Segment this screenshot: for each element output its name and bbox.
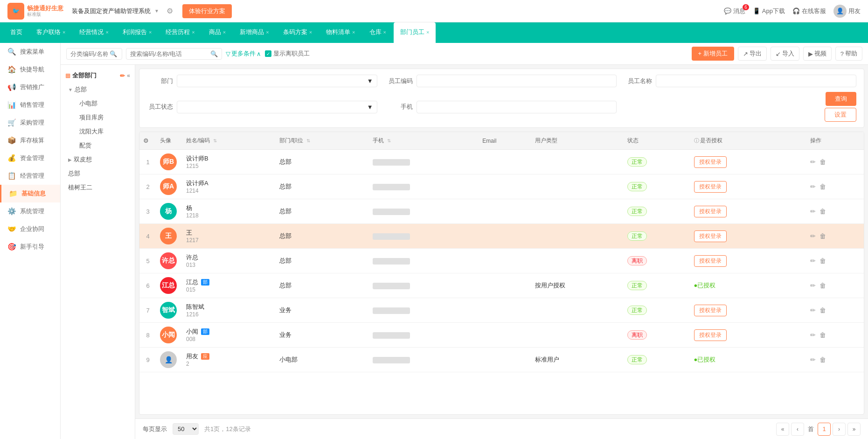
filter-phone-input[interactable] — [417, 101, 617, 113]
import-button[interactable]: ↙ 导入 — [771, 47, 799, 61]
user-menu[interactable]: 👤 用友 — [833, 5, 861, 18]
delete-icon[interactable]: 🗑 — [819, 232, 826, 240]
delete-icon[interactable]: 🗑 — [819, 331, 826, 339]
delete-icon[interactable]: 🗑 — [819, 282, 826, 289]
online-service-button[interactable]: 🎧 在线客服 — [792, 7, 826, 15]
nav-close-employees[interactable]: × — [426, 29, 429, 35]
nav-item-operations[interactable]: 经营情况 × — [73, 22, 115, 43]
edit-icon[interactable]: ✏ — [810, 307, 816, 314]
auth-login-button[interactable]: 授权登录 — [694, 181, 727, 193]
dept-node-zongbu2[interactable]: 总部 — [61, 167, 135, 181]
nav-close-customer[interactable]: × — [62, 29, 65, 35]
nav-close-bom[interactable]: × — [352, 29, 355, 35]
system-dropdown-arrow[interactable]: ▼ — [154, 8, 159, 14]
show-resigned-checkbox[interactable]: ✓ 显示离职员工 — [265, 49, 310, 58]
sidebar-item-system[interactable]: ⚙️ 系统管理 — [0, 202, 60, 220]
sidebar-item-purchase[interactable]: 🛒 采购管理 — [0, 114, 60, 132]
delete-icon[interactable]: 🗑 — [819, 356, 826, 363]
delete-icon[interactable]: 🗑 — [819, 257, 826, 265]
nav-close-goods[interactable]: × — [223, 29, 226, 35]
sidebar-item-finance[interactable]: 💰 资金管理 — [0, 149, 60, 167]
nav-close-profit[interactable]: × — [149, 29, 152, 35]
settings-button[interactable]: 设置 — [825, 108, 856, 122]
dept-node-peihuo[interactable]: 配货 — [75, 139, 135, 153]
nav-item-history[interactable]: 经营历程 × — [159, 22, 201, 43]
app-download-button[interactable]: 📱 App下载 — [753, 7, 785, 15]
auth-login-button[interactable]: 授权登录 — [694, 206, 727, 217]
sidebar-item-basic-info[interactable]: 📁 基础信息 — [0, 185, 60, 202]
nav-item-profit[interactable]: 利润报告 × — [116, 22, 158, 43]
first-page-button[interactable]: « — [776, 423, 789, 436]
edit-icon[interactable]: ✏ — [810, 208, 816, 215]
sidebar-item-sales[interactable]: 📊 销售管理 — [0, 96, 60, 114]
delete-icon[interactable]: 🗑 — [819, 158, 826, 166]
sidebar-item-operations-mgmt[interactable]: 📋 经营管理 — [0, 167, 60, 185]
filter-dept-select[interactable]: ▼ — [177, 75, 377, 87]
sidebar-item-search[interactable]: 🔍 搜索菜单 — [0, 43, 60, 61]
edit-icon[interactable]: ✏ — [810, 331, 816, 339]
dept-node-xiaodian[interactable]: 小电部 — [75, 97, 135, 111]
nav-close-barcode[interactable]: × — [309, 29, 312, 35]
nav-item-warehouse[interactable]: 仓库 × — [363, 22, 393, 43]
delete-icon[interactable]: 🗑 — [819, 307, 826, 314]
delete-icon[interactable]: 🗑 — [819, 183, 826, 190]
filter-code-input[interactable] — [417, 75, 617, 87]
category-search-input[interactable] — [70, 50, 108, 57]
export-button[interactable]: ↗ 导出 — [738, 47, 767, 61]
prev-page-button[interactable]: ‹ — [791, 423, 804, 436]
edit-icon[interactable]: ✏ — [810, 183, 816, 190]
search-button[interactable]: 查询 — [826, 92, 856, 106]
gear-icon[interactable]: ⚙ — [167, 7, 173, 15]
edit-icon[interactable]: ✏ — [810, 356, 816, 363]
per-page-select[interactable]: 50 100 200 — [173, 423, 199, 435]
trial-button[interactable]: 体验行业方案 — [182, 4, 232, 18]
dept-tree-header[interactable]: ⊞ 全部部门 ✏ « — [61, 69, 135, 83]
more-filter-button[interactable]: ▽ 更多条件 ∧ — [226, 49, 261, 58]
main-search-icon[interactable]: 🔍 — [210, 50, 218, 57]
edit-icon[interactable]: ✏ — [810, 158, 816, 166]
sidebar-item-guide[interactable]: 🎯 新手引导 — [0, 238, 60, 256]
auth-login-button[interactable]: 授权登录 — [694, 255, 727, 267]
dept-node-shuangpixiang[interactable]: ▶ 双皮想 — [61, 153, 135, 167]
nav-item-add-goods[interactable]: 新增商品 × — [233, 22, 275, 43]
sidebar-item-nav[interactable]: 🏠 快捷导航 — [0, 61, 60, 78]
nav-close-history[interactable]: × — [192, 29, 194, 35]
th-name-code[interactable]: 姓名/编码 ⇅ — [182, 132, 276, 150]
dept-node-zongbu[interactable]: ▼ 总部 — [61, 83, 135, 97]
filter-name-input[interactable] — [656, 75, 856, 87]
message-button[interactable]: 💬 消息 6 — [724, 7, 745, 15]
nav-item-employees[interactable]: 部门员工 × — [394, 22, 436, 43]
dept-collapse-btn[interactable]: « — [127, 72, 130, 79]
edit-icon[interactable]: ✏ — [810, 282, 816, 289]
sidebar-item-inventory[interactable]: 📦 库存核算 — [0, 132, 60, 149]
dept-node-zhishu[interactable]: 植树王二 — [61, 181, 135, 195]
auth-login-button[interactable]: 授权登录 — [694, 329, 727, 341]
filter-status-select[interactable]: ▼ — [177, 101, 377, 113]
video-button[interactable]: ▶ 视频 — [803, 47, 832, 61]
add-employee-button[interactable]: + 新增员工 — [692, 47, 734, 61]
nav-item-bom[interactable]: 物料清单 × — [319, 22, 361, 43]
delete-icon[interactable]: 🗑 — [819, 208, 826, 215]
next-page-button[interactable]: › — [833, 423, 846, 436]
sidebar-item-marketing[interactable]: 📢 营销推广 — [0, 78, 60, 96]
main-search-input[interactable] — [130, 50, 208, 57]
nav-item-home[interactable]: 首页 — [4, 22, 29, 43]
edit-icon[interactable]: ✏ — [810, 257, 816, 265]
help-button[interactable]: ? 帮助 — [835, 47, 862, 61]
dept-edit-icon[interactable]: ✏ — [120, 72, 125, 79]
nav-item-goods[interactable]: 商品 × — [202, 22, 232, 43]
nav-item-customer[interactable]: 客户联络 × — [30, 22, 72, 43]
nav-item-barcode[interactable]: 条码方案 × — [277, 22, 319, 43]
nav-close-operations[interactable]: × — [105, 29, 108, 35]
last-page-button[interactable]: » — [847, 423, 861, 436]
category-search-icon[interactable]: 🔍 — [110, 50, 117, 57]
th-settings[interactable]: ⚙ — [139, 132, 156, 150]
dept-node-shenyang[interactable]: 沈阳大库 — [75, 125, 135, 139]
auth-login-button[interactable]: 授权登录 — [694, 305, 727, 316]
edit-icon[interactable]: ✏ — [810, 232, 816, 240]
th-phone[interactable]: 手机 ⇅ — [369, 132, 479, 150]
auth-login-button[interactable]: 授权登录 — [694, 230, 727, 242]
th-dept-position[interactable]: 部门/职位 ⇅ — [276, 132, 369, 150]
sidebar-item-collab[interactable]: 🤝 企业协同 — [0, 220, 60, 238]
auth-login-button[interactable]: 授权登录 — [694, 156, 727, 168]
